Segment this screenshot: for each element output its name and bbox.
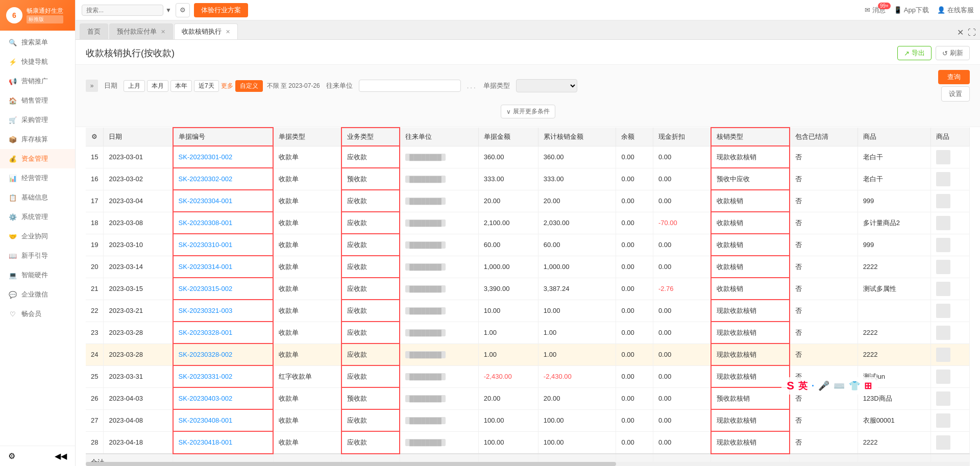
cell-biz-type: 应收款 <box>341 300 400 322</box>
cell-biz-type: 应收款 <box>341 212 400 234</box>
sidebar-item-market[interactable]: 营销推广 <box>0 71 75 91</box>
expand-more-btn[interactable]: ∨ 展开更多条件 <box>501 105 555 118</box>
bill-no-link[interactable]: SK-20230328-002 <box>179 351 233 358</box>
tab-1[interactable]: 预付款应付单✕ <box>109 23 173 39</box>
cell-no: 28 <box>86 431 104 454</box>
sidebar-item-guide[interactable]: 新手引导 <box>0 246 75 265</box>
horizontal-scrollbar[interactable] <box>86 462 970 466</box>
footer-bill-no <box>173 454 274 462</box>
cell-bill-type: 收款单 <box>273 146 341 168</box>
topbar-dropdown-icon[interactable]: ▼ <box>165 7 172 14</box>
cell-amount: 100.00 <box>478 431 538 454</box>
date-btn-last-month[interactable]: 上月 <box>124 80 145 92</box>
filter-date-btns: 上月 本月 本年 近7天 更多 自定义 不限 至 2023-07-26 <box>124 80 320 92</box>
main-table: ⚙ 日期 单据编号 单据类型 业务类型 往来单位 单据金额 累计核销金额 余额 … <box>86 127 970 462</box>
sidebar-item-corp[interactable]: 企业协同 <box>0 227 75 246</box>
cell-total-write-off: 10.00 <box>538 300 616 322</box>
footer-balance <box>616 454 653 462</box>
bill-no-link[interactable]: SK-20230408-001 <box>179 416 233 424</box>
tab-2[interactable]: 收款核销执行✕ <box>174 23 238 39</box>
cell-partner: ████████ <box>400 256 478 278</box>
collapse-icon[interactable]: ◀◀ <box>55 451 67 461</box>
cell-date: 2023-03-01 <box>104 146 173 168</box>
cell-cash-discount: 0.00 <box>653 190 710 212</box>
bill-no-link[interactable]: SK-20230302-002 <box>179 175 233 183</box>
refresh-btn[interactable]: ↺ 刷新 <box>936 46 970 60</box>
sidebar-item-search[interactable]: 搜索菜单 <box>0 33 75 52</box>
cell-date: 2023-03-28 <box>104 322 173 344</box>
query-btn[interactable]: 查询 <box>938 70 970 84</box>
tab-label-0: 首页 <box>87 27 101 36</box>
cell-bill-no: SK-20230301-002 <box>173 146 274 168</box>
bill-no-link[interactable]: SK-20230331-002 <box>179 373 233 380</box>
sidebar-item-label: 基础信息 <box>21 193 48 202</box>
cell-product2 <box>931 344 970 365</box>
bill-no-link[interactable]: SK-20230315-002 <box>179 285 233 292</box>
partner-input[interactable] <box>359 80 461 92</box>
bill-type-label: 单据类型 <box>483 81 510 90</box>
footer-bill-type <box>273 454 341 462</box>
topbar-online-service[interactable]: 👤 在线客服 <box>937 6 974 15</box>
settings-btn[interactable]: 设置 <box>941 86 970 102</box>
topbar-gear-btn[interactable]: ⚙ <box>176 3 190 17</box>
cell-product2 <box>931 212 970 234</box>
export-btn[interactable]: ↗ 导出 <box>897 46 932 60</box>
cell-product: 测试jun <box>857 365 931 387</box>
date-btn-7days[interactable]: 近7天 <box>194 80 219 92</box>
cell-product2 <box>931 168 970 190</box>
sidebar-item-manage[interactable]: 经营管理 <box>0 168 75 188</box>
bill-type-select[interactable] <box>516 79 577 92</box>
cell-amount: 360.00 <box>478 146 538 168</box>
topbar-app-download[interactable]: 📱 App下载 <box>894 6 929 15</box>
bill-no-link[interactable]: SK-20230301-002 <box>179 153 233 161</box>
sidebar-item-finance[interactable]: 资金管理 <box>0 149 75 168</box>
sidebar-item-sales[interactable]: 销售管理 <box>0 91 75 110</box>
tab-close-1[interactable]: ✕ <box>161 29 165 35</box>
bill-no-link[interactable]: SK-20230310-001 <box>179 241 233 249</box>
cell-amount: 10.00 <box>478 300 538 322</box>
sidebar-item-inventory[interactable]: 库存核算 <box>0 130 75 149</box>
table-row: 28 2023-04-18 SK-20230418-001 收款单 应收款 ██… <box>86 431 970 454</box>
topbar-search-input[interactable] <box>82 5 163 16</box>
sidebar-item-device[interactable]: 智能硬件 <box>0 265 75 285</box>
cell-cash-discount: -2.76 <box>653 278 710 300</box>
filter-expand-btn[interactable]: » <box>86 80 98 92</box>
logo-badge: 标推版 <box>27 15 63 23</box>
sidebar-item-wechat[interactable]: 企业微信 <box>0 285 75 304</box>
topbar-solution-btn[interactable]: 体验行业方案 <box>194 3 248 17</box>
scroll-thumb[interactable] <box>86 462 616 466</box>
cell-bill-type: 收款单 <box>273 234 341 256</box>
topbar-messages[interactable]: ✉ 消息 99+ <box>865 6 886 15</box>
cell-cash-discount: 0.00 <box>653 146 710 168</box>
cell-include-settled: 否 <box>790 146 857 168</box>
date-btn-custom[interactable]: 自定义 <box>235 80 263 92</box>
settings-icon[interactable]: ⚙ <box>8 451 15 461</box>
sidebar-item-label: 采购管理 <box>21 115 48 125</box>
sidebar-item-system[interactable]: 系统管理 <box>0 207 75 227</box>
date-btn-this-month[interactable]: 本月 <box>147 80 168 92</box>
tab-close-all-icon[interactable]: ✕ <box>957 28 964 37</box>
date-btn-this-year[interactable]: 本年 <box>170 80 192 92</box>
cell-write-off-type: 预收款核销 <box>711 387 790 409</box>
cell-biz-type: 应收款 <box>341 278 400 300</box>
th-biz-type: 业务类型 <box>341 128 400 146</box>
th-settings[interactable]: ⚙ <box>86 128 104 146</box>
bill-no-link[interactable]: SK-20230321-003 <box>179 307 233 314</box>
date-more-btn[interactable]: 更多 <box>221 82 233 90</box>
tab-fullscreen-icon[interactable]: ⛶ <box>968 28 976 37</box>
sidebar-item-member[interactable]: 畅会员 <box>0 304 75 324</box>
bill-no-link[interactable]: SK-20230304-001 <box>179 197 233 205</box>
sidebar-item-purchase[interactable]: 采购管理 <box>0 110 75 130</box>
tab-close-2[interactable]: ✕ <box>226 29 230 35</box>
bill-no-link[interactable]: SK-20230314-001 <box>179 263 233 271</box>
tab-0[interactable]: 首页 <box>80 23 108 39</box>
cell-write-off-type: 现款收款核销 <box>711 365 790 387</box>
sidebar-item-basic[interactable]: 基础信息 <box>0 188 75 207</box>
bill-no-link[interactable]: SK-20230308-001 <box>179 219 233 227</box>
sidebar-item-nav[interactable]: 快捷导航 <box>0 52 75 71</box>
bill-no-link[interactable]: SK-20230328-001 <box>179 329 233 336</box>
bill-no-link[interactable]: SK-20230403-002 <box>179 395 233 402</box>
bill-no-link[interactable]: SK-20230418-001 <box>179 438 233 446</box>
cell-product: 多计量商品2 <box>857 212 931 234</box>
cell-write-off-type: 收款核销 <box>711 278 790 300</box>
